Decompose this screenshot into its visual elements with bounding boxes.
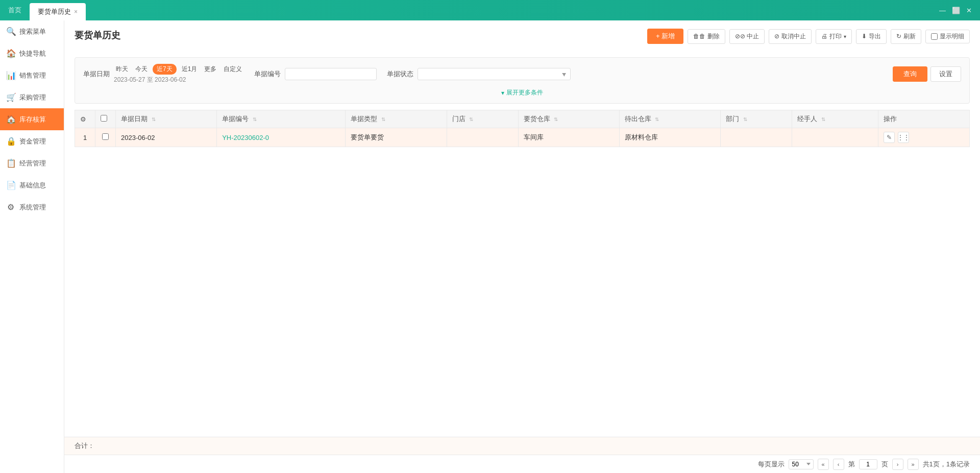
date-range-display: 2023-05-27 至 2023-06-02 [114, 76, 244, 84]
page-number-input[interactable] [859, 459, 877, 469]
export-button[interactable]: ⬇ 导出 [856, 29, 887, 44]
sort-department-icon: ⇅ [743, 116, 747, 122]
select-all-checkbox[interactable] [101, 115, 107, 122]
sort-doc-type-icon: ⇅ [381, 116, 385, 122]
display-detail-toggle[interactable]: 显示明细 [925, 30, 970, 43]
th-settings[interactable]: ⚙ [75, 110, 95, 128]
tab-home[interactable]: 首页 [0, 0, 30, 20]
expand-icon: ▾ [501, 89, 504, 97]
table-row: 1 2023-06-02 YH-20230602-0 要货单要货 车间库 原材料… [75, 128, 970, 147]
th-doc-number[interactable]: 单据编号 ⇅ [217, 110, 346, 128]
sidebar-item-search-menu[interactable]: 🔍 搜索菜单 [0, 20, 64, 42]
th-handler[interactable]: 经手人 ⇅ [792, 110, 878, 128]
date-shortcuts: 昨天 今天 近7天 近1月 更多 自定义 2023-05-27 至 2023-0… [114, 64, 244, 84]
th-doc-date[interactable]: 单据日期 ⇅ [116, 110, 217, 128]
stop-button[interactable]: ⊘ ⊘ 中止 [729, 29, 765, 44]
sidebar-item-finance-mgmt[interactable]: 🔒 资金管理 [0, 130, 64, 152]
filter-bar: 单据日期 昨天 今天 近7天 近1月 更多 自定义 2023-05-27 至 2… [75, 57, 970, 104]
th-operation: 操作 [878, 110, 970, 128]
table-footer: 合计： [64, 437, 980, 455]
lock-icon: 🔒 [6, 136, 15, 146]
row-checkbox[interactable] [102, 133, 109, 140]
date-shortcut-7days[interactable]: 近7天 [153, 64, 177, 75]
query-button[interactable]: 查询 [893, 66, 927, 82]
prev-page-button[interactable]: ‹ [833, 459, 844, 470]
cancel-stop-button[interactable]: ⊘ 取消中止 [769, 29, 812, 44]
close-window-button[interactable]: ✕ [966, 7, 972, 14]
print-button[interactable]: 🖨 打印 ▾ [816, 29, 852, 44]
display-detail-checkbox[interactable] [931, 33, 938, 40]
op-more-button[interactable]: ⋮⋮ [898, 132, 909, 143]
tab-requisition-history[interactable]: 要货单历史 × [30, 3, 86, 20]
stop-icon: ⊘ [735, 33, 740, 40]
sort-pending-warehouse-icon: ⇅ [655, 116, 659, 122]
th-doc-type[interactable]: 单据类型 ⇅ [346, 110, 447, 128]
main-content: 要货单历史 + 新增 🗑 🗑 删除 ⊘ ⊘ 中止 ⊘ 取消中止 🖨 打印 [64, 20, 980, 473]
th-req-warehouse[interactable]: 要货仓库 ⇅ [518, 110, 619, 128]
th-checkbox[interactable] [95, 110, 116, 128]
doc-status-select[interactable] [418, 68, 571, 80]
sidebar-item-sales-mgmt[interactable]: 📊 销售管理 [0, 64, 64, 86]
date-shortcut-yesterday[interactable]: 昨天 [114, 64, 130, 74]
date-filter: 单据日期 昨天 今天 近7天 近1月 更多 自定义 2023-05-27 至 2… [83, 64, 244, 84]
sidebar-item-basic-info[interactable]: 📄 基础信息 [0, 174, 64, 196]
row-doc-date: 2023-06-02 [116, 128, 217, 147]
cart-icon: 🛒 [6, 92, 15, 102]
inventory-icon: 🏠 [6, 114, 15, 124]
print-icon: 🖨 [821, 33, 827, 40]
toolbar: + 新增 🗑 🗑 删除 ⊘ ⊘ 中止 ⊘ 取消中止 🖨 打印 ▾ [647, 29, 970, 44]
next-page-button[interactable]: › [892, 459, 903, 470]
sidebar-item-inventory-calc[interactable]: 🏠 库存核算 [0, 108, 64, 130]
doc-number-link[interactable]: YH-20230602-0 [222, 134, 269, 141]
home-icon: 🏠 [6, 49, 15, 58]
date-shortcut-1month[interactable]: 近1月 [180, 64, 200, 74]
sidebar-item-purchase-mgmt[interactable]: 🛒 采购管理 [0, 86, 64, 108]
doc-number-label: 单据编号 [254, 69, 281, 79]
document-icon: 📄 [6, 180, 15, 190]
cancel-stop-icon: ⊘ [774, 33, 779, 40]
sidebar-item-operation-mgmt[interactable]: 📋 经营管理 [0, 152, 64, 174]
page-title: 要货单历史 [75, 29, 120, 41]
sidebar-item-system-mgmt[interactable]: ⚙ 系统管理 [0, 196, 64, 218]
top-bar: 首页 要货单历史 × — ⬜ ✕ [0, 0, 980, 20]
per-page-select[interactable]: 50 20 100 [789, 459, 814, 469]
date-shortcut-row: 昨天 今天 近7天 近1月 更多 自定义 [114, 64, 244, 75]
settings-icon: ⚙ [80, 115, 86, 123]
table-container: ⚙ 单据日期 ⇅ 单据编号 ⇅ [75, 110, 970, 147]
new-button[interactable]: + 新增 [647, 29, 683, 44]
delete-button[interactable]: 🗑 🗑 删除 [688, 29, 725, 44]
date-shortcut-custom[interactable]: 自定义 [222, 64, 244, 74]
settings-button[interactable]: 设置 [930, 66, 961, 82]
last-page-button[interactable]: » [908, 459, 919, 470]
date-shortcut-today[interactable]: 今天 [133, 64, 150, 74]
minimize-button[interactable]: — [939, 7, 946, 14]
date-shortcut-more[interactable]: 更多 [202, 64, 218, 74]
tab-bar: 首页 要货单历史 × [0, 0, 939, 20]
th-store[interactable]: 门店 ⇅ [447, 110, 518, 128]
first-page-button[interactable]: « [818, 459, 829, 470]
maximize-button[interactable]: ⬜ [952, 7, 960, 14]
th-department[interactable]: 部门 ⇅ [720, 110, 792, 128]
expand-more-btn[interactable]: ▾ 展开更多条件 [83, 88, 961, 97]
th-pending-warehouse[interactable]: 待出仓库 ⇅ [619, 110, 720, 128]
sort-handler-icon: ⇅ [821, 116, 825, 122]
sidebar-item-quick-nav[interactable]: 🏠 快捷导航 [0, 42, 64, 64]
page-unit: 页 [881, 460, 888, 469]
sort-doc-date-icon: ⇅ [152, 116, 156, 122]
close-tab-icon[interactable]: × [74, 8, 78, 15]
doc-number-input[interactable] [285, 68, 377, 80]
data-table: ⚙ 单据日期 ⇅ 单据编号 ⇅ [75, 110, 970, 147]
operation-icons: ✎ ⋮⋮ [884, 132, 964, 143]
op-edit-button[interactable]: ✎ [884, 132, 895, 143]
row-store [447, 128, 518, 147]
row-doc-type: 要货单要货 [346, 128, 447, 147]
refresh-button[interactable]: ↻ 刷新 [891, 29, 921, 44]
date-filter-label: 单据日期 [83, 69, 110, 79]
export-icon: ⬇ [862, 33, 867, 40]
sort-doc-number-icon: ⇅ [253, 116, 257, 122]
gear-icon: ⚙ [6, 202, 15, 212]
row-checkbox-cell [95, 128, 116, 147]
window-actions: — ⬜ ✕ [939, 7, 980, 14]
summary-label: 合计： [75, 442, 94, 450]
total-info: 共1页，1条记录 [923, 460, 970, 469]
